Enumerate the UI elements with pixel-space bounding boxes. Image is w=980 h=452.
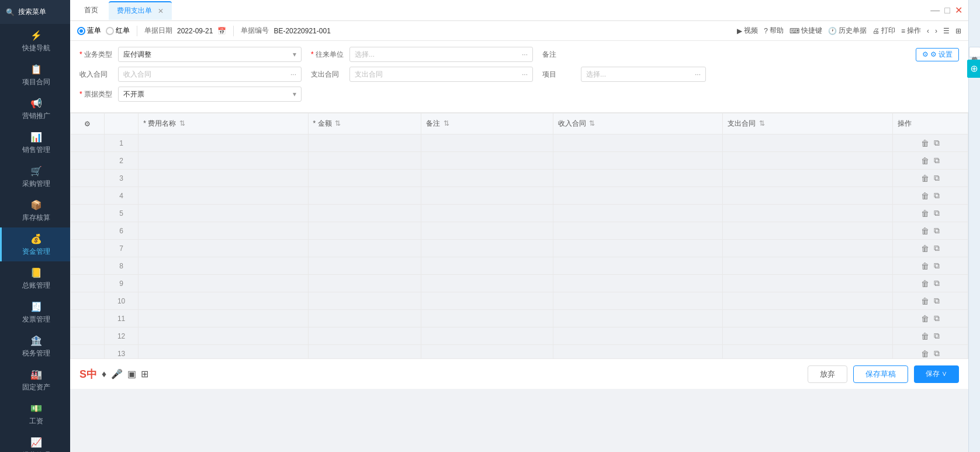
expense-contract-ellipsis[interactable]: ··· (522, 70, 528, 78)
expense-contract-cell[interactable] (723, 205, 892, 222)
radio-red[interactable]: 红单 (106, 26, 130, 36)
income-contract-cell[interactable] (553, 134, 723, 152)
expense-name-cell[interactable] (138, 134, 308, 152)
expense-contract-input[interactable]: 支出合同 ··· (349, 67, 533, 82)
expense-name-cell[interactable] (138, 257, 308, 275)
expense-name-cell[interactable] (138, 187, 308, 205)
delete-icon[interactable]: 🗑 (921, 244, 929, 253)
copy-icon[interactable]: ⧉ (934, 208, 940, 218)
footer-box-icon[interactable]: ▣ (127, 368, 136, 379)
tab-expense-bill[interactable]: 费用支出单 ✕ (109, 1, 172, 20)
sidebar-item-fixed-assets[interactable]: 🏭 固定资产 (0, 363, 70, 397)
income-contract-cell[interactable] (553, 327, 723, 345)
radio-blue[interactable]: 蓝单 (77, 26, 101, 36)
remark-cell[interactable] (421, 310, 553, 327)
expense-name-cell[interactable] (138, 345, 308, 359)
sidebar-item-marketing[interactable]: 📢 营销推广 (0, 92, 70, 126)
col-remark[interactable]: 备注 ⇅ (421, 113, 553, 134)
delete-icon[interactable]: 🗑 (921, 314, 929, 323)
remark-cell[interactable] (421, 152, 553, 170)
amount-cell[interactable] (308, 257, 421, 275)
income-contract-cell[interactable] (553, 222, 723, 240)
expense-name-cell[interactable] (138, 152, 308, 170)
sidebar-item-payroll[interactable]: 💵 工资 (0, 397, 70, 431)
amount-cell[interactable] (308, 240, 421, 257)
delete-icon[interactable]: 🗑 (921, 139, 929, 148)
remark-cell[interactable] (421, 240, 553, 257)
income-contract-cell[interactable] (553, 275, 723, 292)
copy-icon[interactable]: ⧉ (934, 138, 940, 148)
remark-cell[interactable] (421, 170, 553, 187)
col-gear[interactable]: ⚙ (71, 113, 105, 134)
right-tab-green[interactable]: ⊕ (967, 60, 980, 78)
discard-button[interactable]: 放弃 (808, 365, 847, 383)
remark-cell[interactable] (421, 134, 553, 152)
col-expense-name[interactable]: * 费用名称 ⇅ (138, 113, 308, 134)
amount-cell[interactable] (308, 327, 421, 345)
sidebar-item-ledger-mgmt[interactable]: 📒 总账管理 (0, 261, 70, 295)
amount-cell[interactable] (308, 170, 421, 187)
amount-cell[interactable] (308, 292, 421, 310)
delete-icon[interactable]: 🗑 (921, 279, 929, 288)
sidebar-item-project-contract[interactable]: 📋 项目合同 (0, 58, 70, 92)
col-amount[interactable]: * 金额 ⇅ (308, 113, 421, 134)
tab-home[interactable]: 首页 (76, 1, 106, 20)
tab-close-icon[interactable]: ✕ (158, 7, 164, 15)
sidebar-item-purchase-mgmt[interactable]: 🛒 采购管理 (0, 160, 70, 194)
calendar-icon[interactable]: 📅 (217, 27, 226, 35)
expense-contract-cell[interactable] (723, 222, 892, 240)
remark-cell[interactable] (421, 187, 553, 205)
footer-grid-icon[interactable]: ⊞ (141, 368, 148, 379)
expense-name-cell[interactable] (138, 222, 308, 240)
project-input[interactable]: 选择... ··· (581, 67, 706, 82)
income-contract-cell[interactable] (553, 187, 723, 205)
copy-icon[interactable]: ⧉ (934, 191, 940, 201)
remark-cell[interactable] (421, 275, 553, 292)
expense-contract-cell[interactable] (723, 152, 892, 170)
right-tab-attachment[interactable]: 附件 (969, 47, 981, 57)
toolbar-next[interactable]: › (935, 27, 937, 35)
sidebar-item-inventory[interactable]: 📦 库存核算 (0, 194, 70, 227)
amount-cell[interactable] (308, 275, 421, 292)
remark-cell[interactable] (421, 327, 553, 345)
copy-icon[interactable]: ⧉ (934, 331, 940, 341)
amount-cell[interactable] (308, 152, 421, 170)
delete-icon[interactable]: 🗑 (921, 332, 929, 341)
amount-cell[interactable] (308, 205, 421, 222)
expense-contract-cell[interactable] (723, 257, 892, 275)
invoice-type-input[interactable]: 不开票 ▾ (118, 87, 302, 102)
footer-mic-icon[interactable]: 🎤 (111, 368, 123, 379)
expense-contract-cell[interactable] (723, 327, 892, 345)
delete-icon[interactable]: 🗑 (921, 261, 929, 271)
footer-diamond-icon[interactable]: ♦ (102, 369, 106, 379)
counterpart-ellipsis[interactable]: ··· (522, 50, 528, 58)
income-contract-cell[interactable] (553, 345, 723, 359)
toolbar-history[interactable]: 🕐 历史单据 (828, 26, 867, 36)
income-contract-cell[interactable] (553, 257, 723, 275)
window-minimize[interactable]: — (930, 5, 940, 16)
expense-name-cell[interactable] (138, 240, 308, 257)
copy-icon[interactable]: ⧉ (934, 296, 940, 306)
income-contract-input[interactable]: 收入合同 ··· (118, 67, 302, 82)
delete-icon[interactable]: 🗑 (921, 296, 929, 306)
income-contract-cell[interactable] (553, 170, 723, 187)
expense-contract-cell[interactable] (723, 170, 892, 187)
expense-contract-cell[interactable] (723, 275, 892, 292)
setting-button[interactable]: ⚙ ⚙ 设置 (916, 48, 959, 61)
income-contract-cell[interactable] (553, 292, 723, 310)
amount-cell[interactable] (308, 222, 421, 240)
expense-contract-cell[interactable] (723, 292, 892, 310)
remark-cell[interactable] (421, 222, 553, 240)
toolbar-shortcut[interactable]: ⌨ 快捷键 (789, 26, 822, 36)
project-ellipsis[interactable]: ··· (695, 70, 701, 78)
delete-icon[interactable]: 🗑 (921, 349, 929, 358)
remark-cell[interactable] (421, 292, 553, 310)
expense-name-cell[interactable] (138, 292, 308, 310)
copy-icon[interactable]: ⧉ (934, 156, 940, 165)
remark-cell[interactable] (421, 345, 553, 359)
counterpart-input[interactable]: 选择... ··· (349, 47, 533, 62)
income-contract-ellipsis[interactable]: ··· (290, 70, 296, 78)
copy-icon[interactable]: ⧉ (934, 313, 940, 323)
expense-name-cell[interactable] (138, 205, 308, 222)
income-contract-cell[interactable] (553, 240, 723, 257)
